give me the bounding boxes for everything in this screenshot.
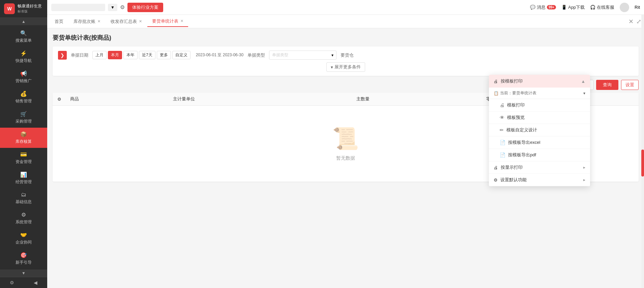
date-btn-last-month[interactable]: 上月 [92,51,107,59]
date-btn-7days[interactable]: 近7天 [139,51,155,59]
sidebar-item-label: 企业协同 [16,239,32,245]
window-controls: ✕ ⤢ [628,18,641,25]
app-name: 畅康通好生意 [18,4,42,9]
sidebar-item-search[interactable]: 🔍 搜索菜单 [0,27,47,47]
service-icon: 🎧 [590,5,595,10]
excel-item-icon: 📄 [500,140,505,145]
topbar-search-input[interactable] [51,4,105,11]
tab-payment-summary[interactable]: 收发存汇总表 ✕ [106,17,147,27]
page-content: 要货单统计表(按商品) ❯ 单据日期 上月 本月 本年 近7天 更多 自定义 2… [47,28,644,288]
tab-close-icon[interactable]: ✕ [180,19,183,23]
sidebar-item-label: 库存核算 [16,139,32,145]
tab-label: 收发存汇总表 [111,19,137,25]
avatar[interactable] [620,3,629,12]
sidebar-item-operation[interactable]: 📊 经营管理 [0,168,47,188]
dropdown-item-label: 模板自定义设计 [506,127,537,133]
dropdown-group-display-print[interactable]: 🖨 按显示打印 ▸ [489,161,590,174]
filter-row-1: ❯ 单据日期 上月 本月 本年 近7天 更多 自定义 2023-06-01 至 … [58,51,633,60]
col-settings[interactable]: ⚙ [53,93,66,106]
service-label: 在线客服 [597,4,614,10]
filter-card: ❯ 单据日期 上月 本月 本年 近7天 更多 自定义 2023-06-01 至 … [53,46,639,76]
dropdown-item-export-excel[interactable]: 📄 按模板导出excel [489,136,590,149]
query-btn[interactable]: 查询 [596,80,618,90]
basic-icon: 🗂 [21,192,26,198]
dropdown-close-btn[interactable]: ▲ [581,79,585,84]
dropdown-group-default-settings[interactable]: ⚙ 设置默认功能 ▸ [489,174,590,186]
type-select-value: 单据类型 [272,52,288,58]
online-service-btn[interactable]: 🎧 在线客服 [590,4,614,10]
expand-label: 展开更多条件 [334,64,361,70]
sidebar-item-label: 经营管理 [16,179,32,185]
col-goods: 商品 [66,93,169,106]
tab-inventory-batch[interactable]: 库存批次账 ✕ [69,17,105,27]
sidebar-item-label: 搜索菜单 [16,38,32,43]
scrollbar-track [641,15,644,288]
dropdown-item-template-print[interactable]: 🖨 模板打印 [489,99,590,111]
col-quantity: 主数量 [352,93,482,106]
dropdown-item-template-preview[interactable]: 👁 模板预览 [489,111,590,124]
date-btn-more[interactable]: 更多 [157,51,171,59]
topbar-gear-icon[interactable]: ⚙ [120,4,125,10]
date-btn-this-year[interactable]: 本年 [123,51,138,59]
dropdown-printer-icon: 🖨 [494,79,498,84]
sidebar-item-basic[interactable]: 🗂 基础信息 [0,188,47,208]
default-settings-icon: ⚙ [494,178,498,183]
sidebar-item-finance[interactable]: 💳 资金管理 [0,148,47,168]
sidebar-item-newguide[interactable]: 🎯 新手引导 [0,249,47,269]
tab-close-icon[interactable]: ✕ [97,19,100,24]
sidebar-item-sales[interactable]: 💰 销售管理 [0,87,47,107]
topbar-dropdown[interactable]: ▼ [108,4,117,11]
marketing-icon: 📢 [20,70,27,77]
printer-item-icon: 🖨 [500,102,504,108]
dropdown-item-export-pdf[interactable]: 📄 按模板导出pdf [489,149,590,161]
dropdown-item-template-design[interactable]: ✏ 模板自定义设计 [489,124,590,136]
expand-icon: ▾ [331,65,333,70]
settings-btn[interactable]: 设置 [621,80,639,90]
current-template-row: 📋 当前：要货单统计表 ▾ [489,88,590,99]
sidebar-item-enterprise[interactable]: 🤝 企业协同 [0,228,47,249]
scrollbar-thumb[interactable] [641,150,644,177]
notification-badge: 99+ [547,5,556,9]
sidebar-settings-icon[interactable]: ⚙ [10,280,14,285]
system-icon: ⚙ [21,212,26,218]
date-btn-this-month[interactable]: 本月 [108,51,122,59]
sales-icon: 💰 [20,91,27,97]
sidebar-item-appcenter[interactable]: 📱 应用中心 [0,269,47,269]
tab-home[interactable]: 首页 [50,17,68,27]
page-title: 要货单统计表(按商品) [53,34,639,42]
app-badge: 标准版 [18,9,42,14]
main-area: ▼ ⚙ 体验行业方案 💬 消息 99+ 📱 App下载 🎧 在线客服 Rit [47,0,644,288]
tab-label: 库存批次账 [74,19,95,25]
industry-btn[interactable]: 体验行业方案 [127,3,163,12]
tab-home-label: 首页 [55,19,63,25]
sidebar-item-label: 资金管理 [16,159,32,165]
filter-toggle-btn[interactable]: ❯ [58,51,67,60]
tab-order-stats[interactable]: 要货单统计表 ✕ [147,16,188,27]
sidebar-item-shortcut[interactable]: ⚡ 快捷导航 [0,47,47,67]
app-download-btn[interactable]: 📱 App下载 [561,4,585,10]
type-filter-label: 单据类型 [247,52,265,58]
window-expand-icon[interactable]: ⤢ [636,18,641,25]
scroll-up-btn[interactable]: ▲ [0,18,47,25]
current-template-chevron[interactable]: ▾ [583,91,585,96]
sidebar-item-marketing[interactable]: 📢 营销推广 [0,67,47,87]
date-range-text: 2023-06-01 至 2023-06-30 [196,52,243,58]
app-download-label: App下载 [568,4,585,10]
notification-btn[interactable]: 💬 消息 99+ [530,4,556,10]
window-close-icon[interactable]: ✕ [628,18,634,25]
date-btn-custom[interactable]: 自定义 [172,51,191,59]
empty-text: 暂无数据 [336,155,355,161]
warehouse-filter-label: 要货仓 [341,52,354,58]
tab-close-icon[interactable]: ✕ [139,19,142,24]
sidebar-item-inventory[interactable]: 📦 库存核算 [0,128,47,148]
sidebar-collapse-icon[interactable]: ◀ [34,280,37,285]
type-select[interactable]: 单据类型 ▾ [269,51,336,60]
sidebar-item-purchase[interactable]: 🛒 采购管理 [0,107,47,128]
dropdown-group-label: 设置默认功能 [500,177,527,183]
scroll-down-btn[interactable]: ▼ [0,269,47,277]
date-filter-label: 单据日期 [71,52,88,58]
preview-item-icon: 👁 [500,115,504,120]
expand-conditions-btn[interactable]: ▾ 展开更多条件 [326,62,365,72]
sidebar-item-system[interactable]: ⚙ 系统管理 [0,208,47,228]
col-unit: 主计量单位 [169,93,352,106]
